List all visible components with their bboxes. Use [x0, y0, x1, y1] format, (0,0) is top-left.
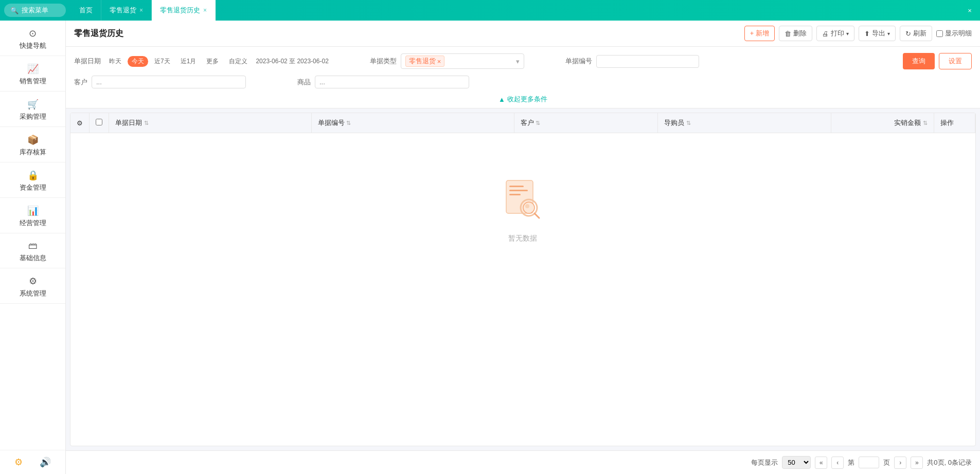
type-filter-item: 单据类型 零售退货 × ▾: [370, 53, 524, 69]
th-date[interactable]: 单据日期 ⇅: [109, 113, 312, 133]
goods-label: 商品: [297, 78, 311, 87]
customer-input[interactable]: [92, 76, 246, 88]
goods-filter-item: 商品: [297, 76, 469, 88]
date-7days[interactable]: 近7天: [150, 56, 174, 67]
sidebar-item-purchase[interactable]: 🛒 采购管理: [0, 92, 65, 127]
tab-home[interactable]: 首页: [71, 0, 101, 21]
number-input[interactable]: [596, 55, 699, 68]
page-size-select[interactable]: 10 20 50 100: [782, 456, 811, 469]
page-size-label: 每页显示: [751, 458, 778, 467]
type-dropdown-icon: ▾: [516, 58, 520, 65]
type-label: 单据类型: [370, 57, 397, 66]
last-page-button[interactable]: »: [911, 457, 923, 469]
svg-point-7: [525, 204, 529, 208]
sidebar-item-system[interactable]: ⚙ 系统管理: [0, 268, 65, 304]
tab-retail-return-history-close[interactable]: ×: [203, 7, 207, 14]
sidebar-item-inventory-label: 库存核算: [20, 148, 46, 157]
goods-input[interactable]: [315, 76, 469, 88]
date-range-display: 2023-06-02 至 2023-06-02: [256, 57, 328, 66]
delete-icon: 🗑: [785, 30, 791, 38]
system-icon: ⚙: [29, 276, 37, 287]
export-chevron-icon: ▾: [887, 31, 890, 37]
basicinfo-icon: 🗃: [28, 241, 38, 251]
export-button[interactable]: ⬆ 导出 ▾: [859, 26, 896, 41]
operations-icon: 📊: [27, 205, 39, 216]
query-button[interactable]: 查询: [903, 53, 935, 69]
sidebar-item-basicinfo[interactable]: 🗃 基础信息: [0, 233, 65, 268]
tab-retail-return-history[interactable]: 零售退货历史 ×: [152, 0, 216, 21]
sidebar-item-finance[interactable]: 🔒 资金管理: [0, 162, 65, 198]
svg-rect-3: [509, 194, 521, 195]
sidebar-settings-icon[interactable]: ⚙: [14, 457, 23, 468]
svg-line-6: [534, 213, 539, 218]
amount-sort-icon: ⇅: [923, 120, 928, 126]
sidebar-item-system-label: 系统管理: [20, 289, 46, 298]
tab-retail-return-close[interactable]: ×: [139, 7, 143, 14]
number-filter-item: 单据编号: [565, 55, 699, 68]
sidebar-item-operations[interactable]: 📊 经营管理: [0, 198, 65, 233]
add-button[interactable]: + 新增: [744, 26, 775, 41]
date-yesterday[interactable]: 昨天: [105, 56, 126, 67]
purchase-icon: 🛒: [27, 99, 39, 110]
window-close-button[interactable]: ×: [959, 0, 980, 21]
type-select[interactable]: 零售退货 × ▾: [401, 53, 524, 69]
tab-retail-return-label: 零售退货: [110, 6, 136, 15]
data-table: ⚙ 单据日期 ⇅ 单据编号 ⇅: [70, 113, 975, 284]
prev-page-button[interactable]: ‹: [831, 457, 844, 469]
sidebar-item-sales[interactable]: 📈 销售管理: [0, 56, 65, 92]
table-header-row: ⚙ 单据日期 ⇅ 单据编号 ⇅: [70, 113, 975, 133]
empty-state-icon: [497, 174, 548, 226]
search-placeholder: 搜索菜单: [22, 6, 48, 15]
date-filter-item: 单据日期 昨天 今天 近7天 近1月 更多 自定义 2023-06-02 至 2…: [74, 56, 329, 67]
header-actions: + 新增 🗑 删除 🖨 打印 ▾ ⬆ 导出 ▾ ↻ 刷新: [744, 26, 972, 41]
sidebar: ⊙ 快捷导航 📈 销售管理 🛒 采购管理 📦 库存核算 🔒 资金管理 📊 经营管…: [0, 21, 66, 474]
sidebar-item-inventory[interactable]: 📦 库存核算: [0, 127, 65, 162]
delete-button[interactable]: 🗑 删除: [779, 26, 812, 41]
sales-icon: 📈: [27, 63, 39, 75]
show-detail-checkbox[interactable]: [936, 30, 943, 37]
tab-home-label: 首页: [79, 6, 93, 15]
sidebar-item-quicknav-label: 快捷导航: [20, 41, 46, 50]
page-header: 零售退货历史 + 新增 🗑 删除 🖨 打印 ▾ ⬆ 导出 ▾: [66, 21, 980, 47]
settings-filter-button[interactable]: 设置: [939, 53, 972, 69]
refresh-button[interactable]: ↻ 刷新: [900, 26, 932, 41]
number-sort-icon: ⇅: [346, 120, 351, 126]
date-1month[interactable]: 近1月: [176, 56, 201, 67]
close-icon: ×: [968, 7, 972, 14]
page-number-input[interactable]: 1: [859, 457, 879, 468]
quicknav-icon: ⊙: [29, 28, 37, 39]
th-number[interactable]: 单据编号 ⇅: [311, 113, 514, 133]
collapse-button[interactable]: ▲ 收起更多条件: [498, 95, 547, 104]
type-tag: 零售退货 ×: [405, 56, 445, 67]
sidebar-item-quicknav[interactable]: ⊙ 快捷导航: [0, 21, 65, 56]
svg-rect-2: [509, 190, 528, 191]
page-summary: 共0页, 0条记录: [927, 458, 972, 467]
type-tag-remove[interactable]: ×: [437, 58, 441, 65]
tab-retail-return[interactable]: 零售退货 ×: [101, 0, 152, 21]
empty-state-row: 暂无数据: [70, 133, 975, 285]
page-label: 第: [848, 458, 854, 467]
th-customer[interactable]: 客户 ⇅: [514, 113, 658, 133]
th-salesperson[interactable]: 导购员 ⇅: [658, 113, 831, 133]
first-page-button[interactable]: «: [815, 457, 827, 469]
th-amount[interactable]: 实销金额 ⇅: [831, 113, 934, 133]
search-box[interactable]: 🔍 搜索菜单: [4, 4, 66, 17]
show-detail-checkbox-label[interactable]: 显示明细: [936, 29, 972, 38]
customer-filter-item: 客户: [74, 76, 246, 88]
filter-row-1: 单据日期 昨天 今天 近7天 近1月 更多 自定义 2023-06-02 至 2…: [74, 53, 972, 69]
print-button[interactable]: 🖨 打印 ▾: [816, 26, 854, 41]
select-all-checkbox[interactable]: [96, 119, 102, 125]
sidebar-footer: ⚙ 🔊: [0, 450, 65, 474]
finance-icon: 🔒: [27, 170, 39, 181]
date-more[interactable]: 更多: [202, 56, 223, 67]
th-checkbox[interactable]: [90, 113, 109, 133]
th-settings[interactable]: ⚙: [70, 113, 90, 133]
tab-retail-return-history-label: 零售退货历史: [160, 6, 200, 15]
next-page-button[interactable]: ›: [894, 457, 906, 469]
sidebar-volume-icon[interactable]: 🔊: [40, 457, 51, 468]
action-buttons: 查询 设置: [903, 53, 972, 69]
date-label: 单据日期: [74, 57, 101, 66]
date-custom[interactable]: 自定义: [225, 56, 252, 67]
date-today[interactable]: 今天: [128, 56, 148, 67]
inventory-icon: 📦: [27, 134, 39, 145]
